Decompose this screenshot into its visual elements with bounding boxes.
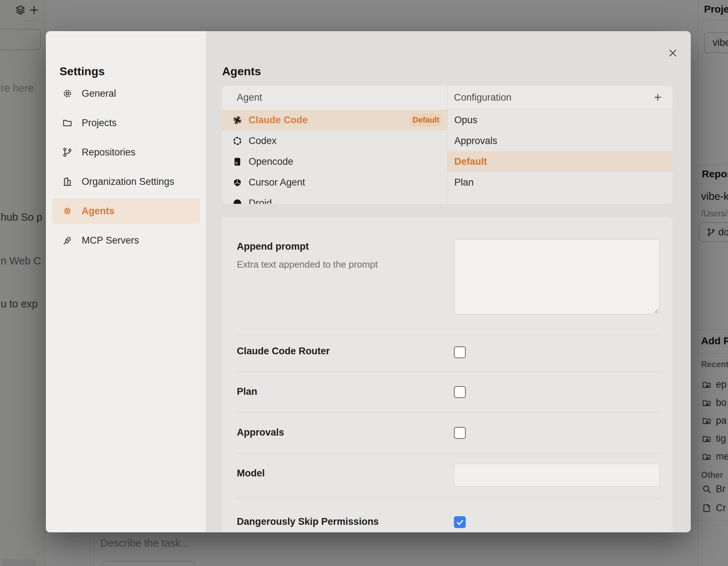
divider: [237, 371, 660, 372]
page-title: Agents: [222, 65, 261, 78]
settings-title: Settings: [59, 65, 105, 78]
app-screen: re here hub So p n Web C u to exp Descri…: [0, 0, 728, 566]
sidebar-item-label: MCP Servers: [82, 235, 139, 246]
divider: [447, 86, 447, 204]
resize-grip-icon[interactable]: [653, 308, 659, 314]
gear-icon: [62, 88, 72, 99]
agent-row-cursor-agent[interactable]: Cursor Agent: [222, 172, 447, 193]
sidebar-item-general[interactable]: General: [52, 81, 200, 106]
divider: [237, 498, 660, 498]
agent-config-form: Append prompt Extra text appended to the…: [222, 217, 672, 532]
agent-name: Cursor Agent: [249, 177, 305, 188]
git-branch-icon: [62, 147, 72, 157]
opencode-icon: [233, 157, 242, 167]
sidebar-item-mcp-servers[interactable]: MCP Servers: [52, 227, 200, 253]
sidebar-item-agents[interactable]: Agents: [52, 198, 200, 224]
sidebar-item-organization-settings[interactable]: Organization Settings: [52, 169, 200, 195]
approvals-label: Approvals: [237, 427, 284, 438]
droid-icon: [233, 198, 242, 204]
model-label: Model: [237, 468, 265, 479]
agent-list: Claude Code Default Codex Opencode Curso…: [222, 110, 447, 204]
building-icon: [62, 177, 72, 187]
openai-icon: [233, 136, 242, 146]
settings-sidebar: Settings General Projects Repositories O…: [46, 31, 206, 532]
sidebar-item-label: General: [82, 88, 116, 99]
agent-name: Droid: [249, 198, 272, 204]
config-row-plan[interactable]: Plan: [447, 172, 672, 193]
model-input[interactable]: [454, 464, 660, 486]
agent-row-opencode[interactable]: Opencode: [222, 151, 447, 172]
plan-checkbox[interactable]: [454, 386, 466, 398]
append-prompt-description: Extra text appended to the prompt: [237, 259, 378, 270]
close-button[interactable]: [666, 46, 680, 60]
agent-column-header: Agent: [237, 92, 262, 103]
claude-icon: [233, 115, 242, 125]
config-row-opus[interactable]: Opus: [447, 110, 672, 130]
divider: [237, 334, 660, 335]
sidebar-item-projects[interactable]: Projects: [52, 110, 200, 136]
agent-name: Claude Code: [249, 115, 308, 126]
close-icon: [668, 48, 678, 58]
configuration-column-header: Configuration: [454, 92, 512, 103]
agent-name: Codex: [249, 135, 277, 147]
skip-permissions-checkbox[interactable]: [454, 516, 466, 528]
plug-icon: [62, 235, 72, 245]
sidebar-item-label: Projects: [82, 117, 117, 129]
folder-icon: [62, 118, 72, 128]
default-badge: Default: [411, 113, 441, 127]
sidebar-item-label: Repositories: [82, 147, 135, 158]
divider: [237, 412, 660, 413]
append-prompt-label: Append prompt: [237, 241, 309, 252]
divider: [237, 453, 660, 454]
agent-row-codex[interactable]: Codex: [222, 130, 447, 151]
settings-dialog: Settings General Projects Repositories O…: [46, 31, 691, 532]
sidebar-item-label: Agents: [82, 206, 115, 217]
check-icon: [456, 518, 464, 527]
add-configuration-button[interactable]: +: [651, 90, 665, 105]
sidebar-item-repositories[interactable]: Repositories: [52, 139, 200, 165]
cursor-icon: [233, 178, 242, 187]
claude-code-router-checkbox[interactable]: [454, 346, 466, 358]
agent-row-claude-code[interactable]: Claude Code Default: [222, 110, 447, 130]
claude-code-router-label: Claude Code Router: [237, 346, 330, 357]
sidebar-item-label: Organization Settings: [82, 176, 174, 187]
append-prompt-textarea[interactable]: [454, 239, 660, 315]
cpu-chip-icon: [62, 206, 72, 216]
configuration-list: Opus Approvals Default Plan: [447, 110, 672, 193]
skip-permissions-label: Dangerously Skip Permissions: [237, 516, 379, 527]
config-row-approvals[interactable]: Approvals: [447, 130, 672, 151]
agent-row-droid[interactable]: Droid: [222, 193, 447, 204]
agents-table: Agent Configuration + Claude Code Defaul…: [222, 86, 672, 204]
agent-name: Opencode: [249, 156, 293, 167]
plan-label: Plan: [237, 386, 257, 397]
approvals-checkbox[interactable]: [454, 427, 466, 439]
config-row-default[interactable]: Default: [447, 151, 672, 172]
